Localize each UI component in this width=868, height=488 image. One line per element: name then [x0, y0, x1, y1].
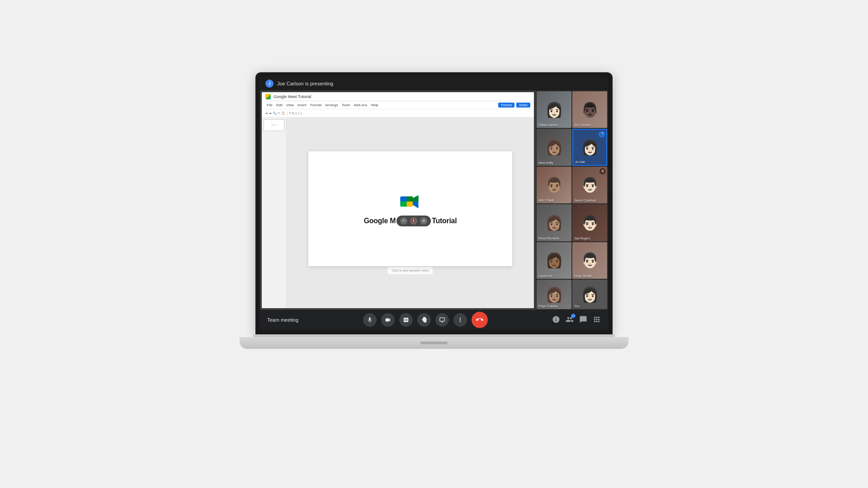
menu-tools[interactable]: Tools — [340, 103, 352, 108]
participant-face-nina: 👩🏽 — [545, 140, 563, 155]
share-button[interactable]: Share — [516, 103, 530, 108]
participant-name-you: You — [574, 305, 580, 308]
laptop-container: J Joe Carlson is presenting Google Meet … — [240, 72, 628, 416]
slides-menubar: File Edit View Insert Format Arrange Too… — [262, 101, 534, 109]
camera-button[interactable] — [381, 313, 395, 327]
participant-face-joe: 👨🏿 — [581, 103, 599, 117]
overlay-stop-icon: ⊘ — [420, 217, 427, 225]
mic-button[interactable] — [363, 313, 377, 327]
participant-bg-rosa: 👩🏽 — [537, 204, 571, 241]
controls-right: 12 — [552, 315, 601, 325]
participant-tile-jason[interactable]: 👨🏻 🔇 Jason Coleman — [572, 167, 607, 203]
svg-rect-5 — [406, 196, 413, 201]
controls-center — [363, 312, 488, 328]
participant-tile-jo[interactable]: 👩🏻 🎤 Jo Hall — [572, 129, 607, 165]
jason-mute-icon: 🔇 — [599, 168, 606, 174]
chat-button[interactable] — [579, 315, 587, 325]
slide-title-end: Tutorial — [432, 217, 457, 225]
slide-thumbnail-1[interactable]: Slide 1 — [264, 119, 284, 131]
meet-logo — [399, 192, 422, 212]
main-content: Google Meet Tutorial File Edit View Inse… — [260, 90, 608, 310]
participant-tile-will[interactable]: 👨🏽 Will O'Neill — [537, 167, 571, 203]
participant-name-jason: Jason Coleman — [574, 199, 596, 202]
slide-notes-area[interactable]: Click to add speaker notes — [388, 266, 433, 274]
more-button[interactable] — [453, 313, 467, 327]
menu-insert[interactable]: Insert — [296, 103, 308, 108]
participant-face-jo: 👩🏻 — [581, 140, 599, 155]
info-button[interactable] — [552, 315, 560, 325]
participant-bg-jad: 👨🏻 — [572, 204, 607, 241]
meeting-name: Team meeting — [267, 317, 298, 323]
participant-name-laura: Laura Lee — [538, 274, 553, 277]
presentation-area: Google Meet Tutorial File Edit View Inse… — [260, 90, 536, 310]
participant-face-rosa: 👩🏽 — [545, 216, 563, 230]
participant-face-will: 👨🏽 — [545, 178, 563, 192]
participant-face-gillian: 👩🏻 — [545, 103, 563, 117]
slides-favicon — [265, 94, 271, 99]
slide-canvas: Google M ↖ 🔇 ⊘ Tutorial — [308, 151, 512, 266]
participant-face-you: 👩🏻 — [581, 287, 599, 302]
svg-rect-6 — [400, 201, 406, 206]
overlay-mic-icon: 🔇 — [410, 217, 417, 225]
participant-tile-gillian[interactable]: 👩🏻 Gillian Garner — [537, 91, 571, 128]
captions-button[interactable] — [399, 313, 413, 327]
present-button[interactable]: Present — [498, 103, 514, 108]
participant-name-gillian: Gillian Garner — [538, 123, 558, 127]
slides-main-area: Google M ↖ 🔇 ⊘ Tutorial — [287, 117, 534, 308]
slide-overlay-toolbar: ↖ 🔇 ⊘ — [396, 216, 431, 226]
slides-app: Google Meet Tutorial File Edit View Inse… — [262, 92, 534, 308]
presenter-bar: J Joe Carlson is presenting — [260, 77, 608, 90]
participant-tile-priya[interactable]: 👩🏽 Priya Chadha — [537, 280, 571, 309]
menu-edit[interactable]: Edit — [275, 103, 284, 108]
slides-titlebar: Google Meet Tutorial — [262, 92, 534, 101]
menu-arrange[interactable]: Arrange — [324, 103, 339, 108]
participant-bg-gillian: 👩🏻 — [537, 91, 571, 128]
slides-toolbar: ⬅ ➡ 🔍 ✂ 📋 T A ◻ ⟨ ⟩ — [262, 109, 534, 117]
slides-body: Slide 1 — [262, 117, 534, 308]
svg-rect-4 — [406, 201, 413, 206]
hand-button[interactable] — [417, 313, 431, 327]
overlay-cursor-icon: ↖ — [400, 217, 407, 225]
bottom-controls: Team meeting — [260, 310, 608, 330]
participant-bg-nina: 👩🏽 — [537, 129, 571, 165]
participant-tile-you[interactable]: 👩🏻 You — [572, 280, 607, 309]
slide-title: Google M — [364, 217, 396, 225]
menu-view[interactable]: View — [285, 103, 295, 108]
screen-bezel: J Joe Carlson is presenting Google Meet … — [255, 72, 613, 334]
speaker-notes-placeholder: Click to add speaker notes — [392, 269, 429, 272]
svg-rect-3 — [400, 196, 406, 201]
menu-format[interactable]: Format — [309, 103, 323, 108]
participant-tile-nina[interactable]: 👩🏽 Nina Duffy — [537, 129, 571, 165]
people-button[interactable]: 12 — [566, 315, 574, 325]
presenter-text: Joe Carlson is presenting — [277, 81, 333, 86]
presenter-avatar: J — [265, 80, 274, 88]
laptop-hinge — [253, 334, 615, 337]
participant-tile-hugo[interactable]: 👨🏻 Hugo Novak — [572, 242, 607, 279]
participant-name-will: Will O'Neill — [538, 199, 554, 202]
slides-panel: Slide 1 — [262, 117, 287, 308]
participant-face-hugo: 👨🏻 — [581, 253, 599, 267]
participant-face-laura: 👩🏾 — [545, 253, 563, 267]
participant-face-jad: 👨🏻 — [581, 216, 599, 230]
laptop-notch — [420, 342, 448, 344]
laptop-base — [240, 337, 628, 349]
participant-name-joe: Joe Carlson — [574, 123, 591, 127]
slides-tab-title: Google Meet Tutorial — [274, 94, 311, 99]
laptop-screen: J Joe Carlson is presenting Google Meet … — [260, 77, 608, 330]
menu-addons[interactable]: Add-ons — [352, 103, 368, 108]
participant-tile-rosa[interactable]: 👩🏽 Rosa Michaels — [537, 204, 571, 241]
participant-name-priya: Priya Chadha — [538, 305, 557, 308]
participant-tile-jad[interactable]: 👨🏻 Jad Rogers — [572, 204, 607, 241]
participant-tile-laura[interactable]: 👩🏾 Laura Lee — [537, 242, 571, 279]
participant-bg-hugo: 👨🏻 — [572, 242, 607, 279]
menu-file[interactable]: File — [265, 103, 274, 108]
svg-marker-8 — [413, 195, 419, 202]
present-button[interactable] — [435, 313, 449, 327]
end-call-button[interactable] — [472, 312, 488, 328]
menu-help[interactable]: Help — [369, 103, 379, 108]
participant-name-jo: Jo Hall — [575, 160, 585, 164]
participants-panel: 👩🏻 Gillian Garner 👨🏿 Joe Carlson — [536, 90, 608, 310]
activities-button[interactable] — [593, 315, 601, 325]
people-count-badge: 12 — [571, 314, 576, 318]
participant-tile-joe[interactable]: 👨🏿 Joe Carlson — [572, 91, 607, 128]
